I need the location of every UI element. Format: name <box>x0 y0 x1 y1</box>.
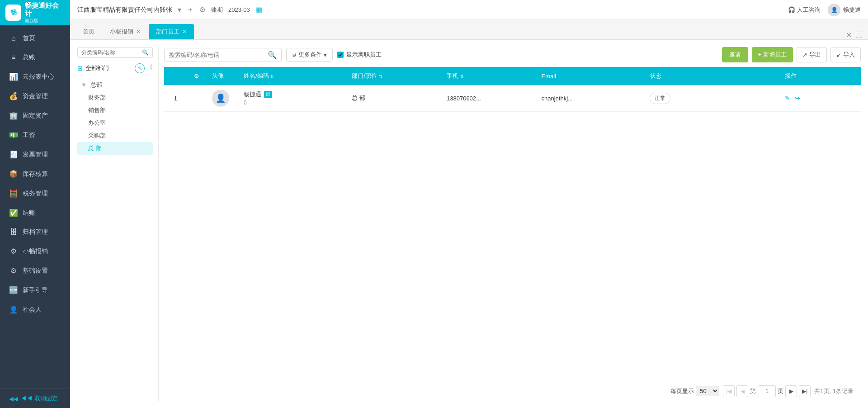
company-name[interactable]: 江西服宝精品有限责任公司内账张 <box>77 6 172 14</box>
invite-button[interactable]: 邀请 <box>722 47 748 62</box>
expand-icon[interactable]: ⛶ <box>855 31 863 39</box>
edit-dept-button[interactable]: ✎ <box>135 63 145 73</box>
close-all-icon[interactable]: ✕ <box>846 31 852 39</box>
support-label: 人工咨询 <box>797 6 821 14</box>
show-resigned-checkbox[interactable]: 显示离职员工 <box>337 51 382 59</box>
sidebar-item-fund-management[interactable]: 💰 资金管理 <box>0 86 70 106</box>
import-button[interactable]: ↙ 导入 <box>830 47 861 62</box>
sidebar-item-archive[interactable]: 🗄 归档管理 <box>0 223 70 242</box>
tab-department[interactable]: 部门员工 ✕ <box>149 24 194 39</box>
employee-search-icon: 🔍 <box>268 51 277 59</box>
sidebar-item-invoice[interactable]: 🧾 发票管理 <box>0 145 70 164</box>
page-size-select[interactable]: 50 10 20 100 <box>696 386 719 396</box>
sidebar-item-report-center[interactable]: 📊 云报表中心 <box>0 67 70 86</box>
sidebar-item-label: 资金管理 <box>23 92 48 100</box>
report-icon: 📊 <box>9 72 18 81</box>
add-company-icon[interactable]: ＋ <box>187 5 194 14</box>
logo-subtitle: 旗舰版 <box>25 18 65 24</box>
row-department: 总 部 <box>346 85 441 112</box>
period-value: 2023-03 <box>228 6 250 13</box>
sidebar-item-payroll[interactable]: 💵 工资 <box>0 125 70 145</box>
col-name[interactable]: 姓名/编码 ⇅ <box>238 67 346 85</box>
settings-gear-icon[interactable]: ⚙ <box>199 5 206 14</box>
assets-icon: 🏢 <box>9 111 18 120</box>
sidebar-item-fixed-assets[interactable]: 🏢 固定资产 <box>0 106 70 125</box>
sidebar-item-label: 小畅报销 <box>23 247 48 256</box>
user-menu[interactable]: 👤 畅捷通 <box>828 4 861 16</box>
tab-home[interactable]: 首页 <box>75 24 102 39</box>
logo-title: 畅捷通好会计 <box>25 1 65 18</box>
last-page-button[interactable]: ▶| <box>799 385 811 397</box>
phone-sort-icon: ⇅ <box>460 74 464 79</box>
sidebar-item-tax[interactable]: 🧮 税务管理 <box>0 184 70 203</box>
col-email: Email <box>536 67 644 85</box>
calendar-icon[interactable]: ▦ <box>255 5 262 14</box>
tab-expense-close-icon[interactable]: ✕ <box>136 28 141 35</box>
tab-expense[interactable]: 小畅报销 ✕ <box>103 24 148 39</box>
dept-finance-label: 财务部 <box>88 94 106 101</box>
tax-icon: 🧮 <box>9 189 18 198</box>
logout-employee-icon[interactable]: ↪ <box>795 95 800 102</box>
collapse-panel-icon[interactable]: 《 <box>146 63 153 73</box>
filter-dropdown-icon: ▾ <box>324 52 327 58</box>
dept-node-general-dept[interactable]: 总 部 <box>77 142 153 155</box>
show-resigned-input[interactable] <box>337 52 344 58</box>
page-size-selector[interactable]: 每页显示 50 10 20 100 <box>670 386 719 396</box>
sidebar-item-expense[interactable]: ⚙ 小畅报销 <box>0 242 70 261</box>
prev-page-button[interactable]: ◀ <box>736 385 748 397</box>
unpin-icon: ◀◀ <box>9 395 18 402</box>
tab-home-label: 首页 <box>83 28 94 36</box>
dept-node-general[interactable]: ▼ 总部 <box>77 79 153 91</box>
sidebar-logo: 畅 畅捷通好会计 旗舰版 <box>0 0 70 25</box>
dept-node-procurement[interactable]: 采购部 <box>77 129 153 142</box>
sidebar-nav: ⌂ 首页 ≡ 总账 📊 云报表中心 💰 资金管理 🏢 固定资产 💵 工资 🧾 发… <box>0 25 70 389</box>
tab-department-close-icon[interactable]: ✕ <box>182 28 187 35</box>
checkout-icon: ✅ <box>9 209 18 217</box>
col-settings[interactable]: ⚙ <box>187 67 207 85</box>
next-page-button[interactable]: ▶ <box>785 385 797 397</box>
page-number-input[interactable] <box>758 385 776 397</box>
add-employee-button[interactable]: + 新增员工 <box>752 47 793 62</box>
row-phone: 138070602... <box>441 85 536 112</box>
avatar: 👤 <box>828 4 840 16</box>
sidebar-item-home[interactable]: ⌂ 首页 <box>0 29 70 48</box>
all-departments-label: 全部部门 <box>85 64 109 72</box>
sidebar-item-label: 云报表中心 <box>23 73 54 81</box>
dept-node-finance[interactable]: 财务部 <box>77 91 153 104</box>
topbar: 江西服宝精品有限责任公司内账张 ▾ ＋ ⚙ 账期 2023-03 ▦ 🎧 人工咨… <box>70 0 868 20</box>
support-button[interactable]: 🎧 人工咨询 <box>788 6 821 14</box>
sidebar-item-label: 基础设置 <box>23 267 48 275</box>
export-button[interactable]: ↗ 导出 <box>797 47 827 62</box>
dept-procurement-label: 采购部 <box>88 132 106 139</box>
employee-search-box[interactable]: 🔍 <box>164 48 282 62</box>
sidebar-item-general-ledger[interactable]: ≡ 总账 <box>0 48 70 67</box>
sidebar-item-more[interactable]: 👤 社会人 <box>0 300 70 319</box>
edit-employee-icon[interactable]: ✎ <box>785 95 790 102</box>
employee-search-input[interactable] <box>169 52 265 58</box>
settings-icon: ⚙ <box>9 266 18 275</box>
dept-search-box[interactable]: 🔍 <box>77 47 153 58</box>
dept-search-input[interactable] <box>81 49 139 56</box>
dept-node-office[interactable]: 办公室 <box>77 117 153 129</box>
sidebar-item-inventory[interactable]: 📦 库存核算 <box>0 164 70 184</box>
first-page-button[interactable]: |◀ <box>723 385 735 397</box>
more-filters-button[interactable]: ⊎ 更多条件 ▾ <box>286 48 333 62</box>
sidebar-item-checkout[interactable]: ✅ 结账 <box>0 203 70 223</box>
col-dept[interactable]: 部门/职位 ⇅ <box>346 67 441 85</box>
page-navigation: |◀ ◀ 第 页 ▶ ▶| <box>723 385 811 397</box>
unpin-button[interactable]: ◀◀ ◀◀ 取消固定 <box>0 389 70 408</box>
export-icon: ↗ <box>802 52 807 58</box>
pagination: 每页显示 50 10 20 100 |◀ ◀ 第 页 ▶ ▶| <box>164 381 861 401</box>
sidebar-item-guide[interactable]: 🆕 新手引导 <box>0 280 70 300</box>
company-dropdown-icon[interactable]: ▾ <box>178 5 181 14</box>
dept-node-sales[interactable]: 销售部 <box>77 104 153 117</box>
col-phone[interactable]: 手机 ⇅ <box>441 67 536 85</box>
expense-icon: ⚙ <box>9 247 18 256</box>
sidebar-item-basic-settings[interactable]: ⚙ 基础设置 <box>0 261 70 280</box>
col-status: 状态 <box>644 67 779 85</box>
name-sort-icon: ⇅ <box>270 74 274 79</box>
tab-department-label: 部门员工 <box>156 28 179 36</box>
import-label: 导入 <box>843 51 855 59</box>
sidebar-item-label: 结账 <box>23 209 35 217</box>
main-content: 江西服宝精品有限责任公司内账张 ▾ ＋ ⚙ 账期 2023-03 ▦ 🎧 人工咨… <box>70 0 868 408</box>
